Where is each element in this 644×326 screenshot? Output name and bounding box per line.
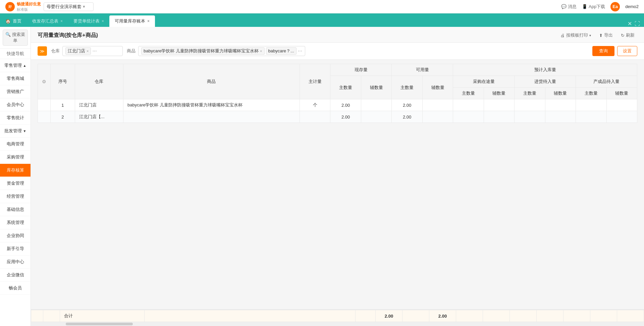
sidebar-item-system[interactable]: 系统管理 (0, 216, 31, 229)
table-settings-icon[interactable]: ⚙ (42, 79, 46, 84)
tab-receipt-summary[interactable]: 收发存汇总表 × (27, 15, 68, 27)
user-name[interactable]: demo2 (625, 4, 639, 9)
warehouse-more[interactable]: ··· (92, 48, 97, 54)
search-icon: 🔍 (5, 32, 11, 37)
sidebar-item-member[interactable]: 畅会员 (0, 282, 31, 295)
sidebar-item-new-guide[interactable]: 新手引导 (0, 242, 31, 255)
settings-col-header[interactable]: ⚙ (38, 64, 51, 99)
col-available-header: 可用量 (392, 64, 453, 76)
sidebar-item-basic-info[interactable]: 基础信息 (0, 203, 31, 216)
expand-icon-wholesale: ▼ (23, 129, 26, 133)
row2-warehouse: 江北门店【... (75, 111, 123, 123)
search-menu-btn[interactable]: 🔍 搜索菜单 (3, 30, 28, 46)
footer-avail-aux (456, 310, 483, 322)
sidebar-item-retail-stats[interactable]: 零售统计 (0, 111, 31, 125)
sidebar-item-finance[interactable]: 资金管理 (0, 177, 31, 190)
logo-icon: 好 (5, 2, 15, 11)
row1-production-main (576, 99, 606, 111)
message-btn[interactable]: 💬 消息 (561, 4, 577, 10)
sidebar-search-area: 🔍 搜索菜单 (0, 27, 31, 49)
sidebar-item-operations[interactable]: 经营管理 (0, 190, 31, 203)
export-icon: ⬆ (599, 33, 603, 38)
sidebar-item-purchase[interactable]: 采购管理 (0, 151, 31, 164)
col-incoming-aux-header: 辅数量 (545, 88, 576, 99)
scroll-bar[interactable] (31, 322, 644, 326)
row1-product: babycare学饮杯 儿童防摔防撞吸管杯重力球吸嘴杯宝宝水杯 (123, 99, 300, 111)
sidebar-item-app-center[interactable]: 应用中心 (0, 255, 31, 269)
warehouse-filter-group: 仓库 江北门店 × ··· (51, 46, 123, 56)
print-btn[interactable]: 🖨 按模板打印 ▾ (558, 31, 594, 40)
row2-production-aux (606, 111, 637, 123)
sidebar-item-retail-mgmt[interactable]: 零售管理 ▲ (0, 59, 31, 72)
message-icon: 💬 (561, 4, 567, 9)
industry-select[interactable]: 母婴行业演示账套 ▾ (44, 2, 94, 11)
print-icon: 🖨 (560, 33, 565, 38)
sidebar-item-ecommerce[interactable]: 电商管理 (0, 138, 31, 151)
sidebar-quick-nav[interactable]: 快捷导航 (0, 49, 31, 59)
col-purchase-aux-header: 辅数量 (484, 88, 514, 99)
warehouse-tag-close[interactable]: × (87, 49, 89, 53)
page-title: 可用量查询(按仓库+商品) (38, 32, 98, 39)
sidebar-item-retail-mall[interactable]: 零售商城 (0, 72, 31, 85)
product-filter-group: 商品 babycare学饮杯 儿童防摔防撞吸管杯重力球吸嘴杯宝宝水杯 × bab… (127, 46, 305, 56)
footer-no-cell (43, 310, 60, 322)
sidebar: 🔍 搜索菜单 快捷导航 零售管理 ▲ 零售商城 营销推广 会员中心 零售统计 批… (0, 27, 31, 326)
col-warehouse-header: 仓库 (75, 64, 123, 99)
tab-order-stats[interactable]: 要货单统计表 × (68, 15, 109, 27)
query-btn[interactable]: 查询 (592, 46, 614, 56)
scroll-thumb[interactable] (66, 323, 133, 325)
main-layout: 🔍 搜索菜单 快捷导航 零售管理 ▲ 零售商城 营销推广 会员中心 零售统计 批… (0, 27, 644, 326)
col-current-stock-header: 现存量 (330, 64, 392, 76)
col-avail-aux-header: 辅数量 (422, 76, 453, 99)
top-bar: 好 畅捷通好生意 标准版 母婴行业演示账套 ▾ 💬 消息 📱 App下载 Ea … (0, 0, 644, 13)
tab-close-order[interactable]: × (102, 19, 104, 23)
col-incoming-main-header: 主数量 (515, 88, 545, 99)
row2-incoming-main (515, 111, 545, 123)
settings-btn[interactable]: 设置 (617, 46, 637, 56)
warehouse-tag: 江北门店 × (65, 47, 91, 55)
col-production-header: 产成品待入量 (576, 76, 637, 88)
footer-purchase-main (483, 310, 510, 322)
warehouse-label: 仓库 (51, 48, 60, 54)
tab-close-receipt[interactable]: × (60, 19, 63, 23)
tab-close-all-btn[interactable]: ✕ (628, 20, 632, 27)
row1-settings (38, 99, 51, 111)
product-tag-1-close[interactable]: × (260, 49, 262, 53)
footer-current-main: 2.00 (376, 310, 402, 322)
refresh-btn[interactable]: ↻ 刷新 (618, 31, 637, 40)
tab-available-inventory[interactable]: 可用量库存账本 × (109, 15, 155, 27)
sidebar-item-wholesale-mgmt[interactable]: 批发管理 ▼ (0, 125, 31, 138)
row2-current-main: 2.00 (330, 111, 361, 123)
row2-purchase-aux (484, 111, 514, 123)
footer-current-aux (402, 310, 429, 322)
col-avail-main-header: 主数量 (392, 76, 422, 99)
row2-production-main (576, 111, 606, 123)
user-avatar[interactable]: Ea (610, 2, 620, 11)
sidebar-item-member-center[interactable]: 会员中心 (0, 98, 31, 111)
row2-incoming-aux (545, 111, 576, 123)
warehouse-input[interactable]: 江北门店 × ··· (62, 46, 123, 56)
app-download-btn[interactable]: 📱 App下载 (582, 4, 605, 10)
expand-filter-icon: ≫ (40, 49, 45, 54)
row1-incoming-main (515, 99, 545, 111)
export-btn[interactable]: ⬆ 导出 (596, 31, 615, 40)
sidebar-item-marketing[interactable]: 营销推广 (0, 85, 31, 98)
data-table: ⚙ 序号 仓库 商品 主计量 现存量 可用量 预计入库量 主数量 辅数量 主数量 (38, 64, 637, 123)
page-actions: 🖨 按模板打印 ▾ ⬆ 导出 ↻ 刷新 (558, 31, 637, 40)
col-purchase-main-header: 主数量 (453, 88, 484, 99)
home-icon: 🏠 (5, 19, 11, 24)
filter-expand-btn[interactable]: ≫ (38, 46, 47, 56)
sidebar-item-inventory-check[interactable]: 库存核算 (0, 164, 31, 177)
sidebar-item-enterprise-collab[interactable]: 企业协同 (0, 229, 31, 242)
filter-bar: ≫ 仓库 江北门店 × ··· 商品 babycare学饮杯 儿童防摔防撞吸管杯… (31, 43, 644, 60)
col-purchase-transit-header: 采购在途量 (453, 76, 515, 88)
product-more[interactable]: ··· (298, 48, 302, 54)
tab-close-available[interactable]: × (147, 19, 150, 23)
footer-avail-main: 2.00 (429, 310, 456, 322)
footer-settings-cell (31, 310, 43, 322)
product-input[interactable]: babycare学饮杯 儿童防摔防撞吸管杯重力球吸嘴杯宝宝水杯 × babyca… (138, 46, 305, 56)
footer-production-aux (617, 310, 644, 322)
tab-fullscreen-btn[interactable]: ⛶ (635, 21, 640, 27)
tab-home[interactable]: 🏠 首页 (0, 15, 27, 27)
sidebar-item-enterprise-wechat[interactable]: 企业微信 (0, 269, 31, 282)
